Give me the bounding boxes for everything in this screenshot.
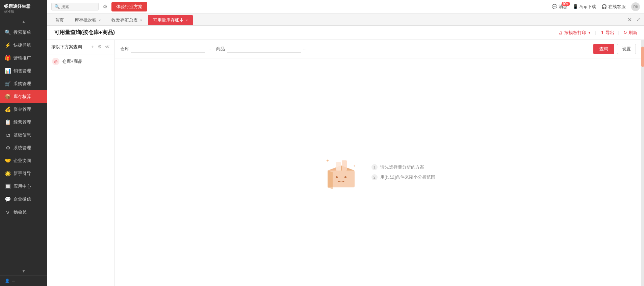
product-input[interactable] [227,45,301,53]
folder-icon: 🗂 [5,132,11,138]
app-download-btn[interactable]: 📱 App下载 [573,4,596,10]
sidebar-item-vip[interactable]: V 畅会员 [0,206,47,218]
tab-home[interactable]: 首页 [50,15,69,25]
tab-batch-account-close[interactable]: × [99,18,101,22]
chevron-down-icon: ▼ [588,31,591,34]
export-btn[interactable]: ⬆ 导出 [600,30,614,36]
product-more-btn[interactable]: ··· [303,47,307,51]
sidebar-item-sales[interactable]: 📊 销售管理 [0,64,47,77]
sidebar-item-quick-nav[interactable]: ⚡ 快捷导航 [0,39,47,52]
search-input[interactable] [61,4,95,9]
sidebar-bottom-icon: 👤 [5,279,10,283]
right-panel: 仓库 ··· 商品 ··· 查询 设置 [115,40,641,286]
sidebar-nav: 🔍 搜索菜单 ⚡ 快捷导航 🎁 营销推广 📊 销售管理 🛒 采购管理 📦 库存核… [0,26,47,267]
scroll-down-icon[interactable]: ▼ [19,268,28,274]
tip-text-1: 请先选择要分析的方案 [380,164,424,170]
empty-illustration: ✦ ✦ [321,152,361,192]
scrollbar-thumb [641,47,644,67]
sidebar-item-label: 应用中心 [14,183,31,189]
sidebar-item-label: 资金管理 [14,106,31,112]
topbar-search-box[interactable]: 🔍 [51,3,99,10]
empty-state-content: ✦ ✦ 1 请先选择要分析的方案 2 用[过滤]条件来缩小分析范围 [321,152,435,192]
sidebar-item-label: 企业协同 [14,158,31,164]
refresh-btn[interactable]: ↻ 刷新 [623,30,637,36]
scheme-item-warehouse-product[interactable]: ◎ 仓库+商品 [47,54,114,69]
sidebar-item-label: 畅会员 [14,209,27,215]
sidebar-item-system[interactable]: ⚙ 系统管理 [0,141,47,154]
sidebar-item-operation[interactable]: 📋 经营管理 [0,116,47,129]
left-panel: 按以下方案查询 ＋ ⚙ ≪ ◎ 仓库+商品 [47,40,115,286]
warehouse-input[interactable] [131,45,205,53]
sidebar-item-marketing[interactable]: 🎁 营销推广 [0,52,47,64]
sidebar-scroll-down[interactable]: ▼ [0,267,47,276]
gear-icon: ⚙ [5,145,11,151]
tab-available-ledger[interactable]: 可用量库存账本 × [148,15,193,25]
export-label: 导出 [606,30,614,36]
app-version: 标准版 [4,9,43,14]
sidebar-scroll-up[interactable]: ▲ [0,17,47,26]
right-scrollbar[interactable] [641,40,644,286]
search-icon: 🔍 [5,29,11,35]
query-btn[interactable]: 查询 [593,44,614,54]
sidebar-item-search[interactable]: 🔍 搜索菜单 [0,26,47,39]
sidebar-item-purchase[interactable]: 🛒 采购管理 [0,77,47,90]
tab-batch-account[interactable]: 库存批次账 × [70,15,106,25]
left-panel-header: 按以下方案查询 ＋ ⚙ ≪ [47,40,114,54]
sidebar-item-corp-wechat[interactable]: 💬 企业微信 [0,193,47,206]
action-divider-2: | [618,30,619,35]
add-scheme-btn[interactable]: ＋ [89,43,96,51]
tabs-close-all-btn[interactable]: ✕ [627,16,632,23]
settings-icon[interactable]: ⚙ [101,2,109,11]
settings-display-btn[interactable]: 设置 [617,44,636,54]
topbar: 🔍 ⚙ 体验行业方案 💬 消息 99+ 📱 App下载 🎧 在线客服 Rit [47,0,644,14]
sidebar-bottom-label: ··· [12,279,15,283]
sidebar-item-basic-info[interactable]: 🗂 基础信息 [0,129,47,141]
gift-icon: 🎁 [5,55,11,61]
tip-num-1: 1 [371,164,378,170]
notifications-btn[interactable]: 💬 消息 99+ [552,4,567,10]
star-icon: 🌟 [5,171,11,177]
left-panel-controls: ＋ ⚙ ≪ [89,43,110,51]
content-area: 按以下方案查询 ＋ ⚙ ≪ ◎ 仓库+商品 仓库 ··· [47,40,644,286]
scroll-up-icon[interactable]: ▲ [19,19,28,25]
search-icon: 🔍 [54,4,60,9]
collapse-panel-btn[interactable]: ≪ [104,43,110,51]
online-service-btn[interactable]: 🎧 在线客服 [601,4,626,10]
tab-home-label: 首页 [55,17,64,23]
industry-btn[interactable]: 体验行业方案 [111,2,147,11]
sidebar-item-inventory[interactable]: 📦 库存核算 [0,90,47,103]
app-name: 畅康通好生意 [4,3,43,9]
chat-icon: 💬 [5,196,11,202]
user-area[interactable]: Rit [631,2,640,11]
svg-point-5 [344,176,346,178]
box-icon: 📦 [5,94,11,100]
sidebar-item-label: 企业微信 [14,196,31,202]
tab-available-ledger-close[interactable]: × [186,18,188,22]
template-print-label: 按模板打印 [564,30,586,36]
cart-icon: 🛒 [5,81,11,87]
template-print-btn[interactable]: 🖨 按模板打印 ▼ [559,30,591,36]
sidebar-item-label: 快捷导航 [14,42,31,48]
product-label: 商品 [216,46,225,52]
sidebar-item-capital[interactable]: 💰 资金管理 [0,103,47,116]
sidebar-item-newbie[interactable]: 🌟 新手引导 [0,167,47,180]
main-area: 🔍 ⚙ 体验行业方案 💬 消息 99+ 📱 App下载 🎧 在线客服 Rit [47,0,644,286]
tab-receipt-summary[interactable]: 收发存汇总表 × [106,15,147,25]
warehouse-label: 仓库 [120,46,129,52]
svg-point-4 [336,176,338,178]
sidebar-item-app-center[interactable]: 🔲 应用中心 [0,180,47,193]
tab-receipt-summary-label: 收发存汇总表 [111,17,138,23]
action-divider-1: | [595,30,596,35]
scheme-label: 仓库+商品 [62,58,82,64]
tab-receipt-summary-close[interactable]: × [140,18,142,22]
tabs-expand-btn[interactable]: ⤢ [637,17,641,22]
empty-svg: ✦ ✦ [321,152,361,192]
page-header: 可用量查询(按仓库+商品) 🖨 按模板打印 ▼ | ⬆ 导出 | ↻ 刷新 [47,26,644,40]
tabs-bar: 首页 库存批次账 × 收发存汇总表 × 可用量库存账本 × ✕ ⤢ [47,14,644,26]
topbar-right: 💬 消息 99+ 📱 App下载 🎧 在线客服 Rit [552,2,640,11]
sidebar-bottom-action[interactable]: 👤 ··· [0,276,47,286]
warehouse-more-btn[interactable]: ··· [207,47,211,51]
sidebar-item-enterprise[interactable]: 🤝 企业协同 [0,154,47,167]
settings-scheme-btn[interactable]: ⚙ [97,43,103,51]
sidebar-item-label: 库存核算 [14,94,31,100]
